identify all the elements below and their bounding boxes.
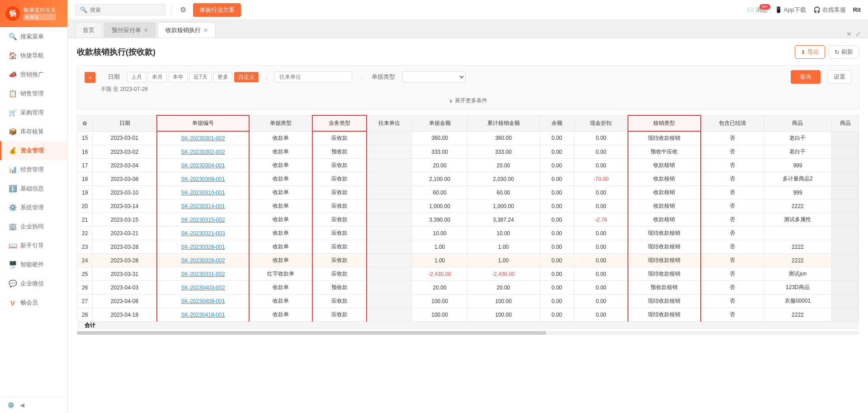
sidebar-item-enterprise[interactable]: 🏢 企业协同 <box>0 217 67 236</box>
filter-last-month[interactable]: 上月 <box>127 72 146 82</box>
query-btn[interactable]: 查询 <box>791 70 821 84</box>
cell-discount: 0.00 <box>574 186 628 199</box>
filter-this-year[interactable]: 本年 <box>169 72 188 82</box>
cell-verified: 100.00 <box>467 294 539 308</box>
cell-bill-no: SK-20230328-001 <box>157 240 249 254</box>
hardware-icon: 🖥️ <box>9 261 17 269</box>
cell-bill-type: 收款单 <box>249 186 312 199</box>
sidebar-item-member[interactable]: V 畅会员 <box>0 293 67 312</box>
filter-toggle-btn[interactable]: » <box>85 72 95 83</box>
online-service-btn[interactable]: 🎧 在线客服 <box>813 6 846 14</box>
cell-balance: 0.00 <box>539 308 574 322</box>
tab-maximize-icon[interactable]: ⤢ <box>855 30 861 38</box>
cell-bill-no: SK-20230418-001 <box>157 308 249 322</box>
filter-bill-type-select[interactable] <box>402 71 466 83</box>
sidebar-item-marketing[interactable]: 📣 营销推广 <box>0 65 67 84</box>
cell-biz-type: 预收款 <box>312 281 367 294</box>
settings-bottom-icon[interactable]: ⚙️ <box>7 402 14 408</box>
cell-goods2 <box>832 227 859 240</box>
cell-date: 2023-03-01 <box>93 131 157 145</box>
filter-more-date[interactable]: 更多 <box>213 72 232 82</box>
bill-no-link[interactable]: SK-20230301-002 <box>181 135 225 142</box>
refresh-btn[interactable]: ↻ 刷新 <box>829 45 859 59</box>
sidebar-item-sales[interactable]: 📋 销售管理 <box>0 84 67 103</box>
tab-home[interactable]: 首页 <box>75 22 102 38</box>
industry-btn[interactable]: 体验行业方案 <box>193 3 241 17</box>
col-discount[interactable]: 现金折扣 <box>574 115 628 131</box>
tab-payable-close[interactable]: ✕ <box>144 27 148 33</box>
sidebar-item-inventory[interactable]: 📦 库存核算 <box>0 122 67 141</box>
cell-verify-type: 现结收款核销 <box>628 227 701 240</box>
tab-payable[interactable]: 预付应付单 ✕ <box>104 22 156 38</box>
col-included[interactable]: 包含已结清 <box>701 115 764 131</box>
cell-included: 否 <box>701 294 764 308</box>
tab-close-all-icon[interactable]: ✕ <box>846 30 852 38</box>
col-date[interactable]: 日期 <box>93 115 157 131</box>
collapse-icon[interactable]: ◀ <box>20 402 24 408</box>
filter-partner-input[interactable] <box>274 71 352 82</box>
bill-no-link[interactable]: SK-20230310-001 <box>181 190 225 196</box>
col-settings[interactable]: ⚙ <box>77 115 93 131</box>
bill-no-link[interactable]: SK-20230418-001 <box>181 312 225 318</box>
topbar-gear-icon[interactable]: ⚙ <box>177 4 189 16</box>
tab-receipt-exec-close[interactable]: ✕ <box>203 27 208 33</box>
bill-no-link[interactable]: SK-20230304-001 <box>181 162 225 169</box>
cell-biz-type: 应收款 <box>312 199 367 213</box>
sidebar-item-quicknav[interactable]: 🏠 快捷导航 <box>0 46 67 65</box>
sidebar-item-hardware[interactable]: 🖥️ 智能硬件 <box>0 255 67 274</box>
cell-bill-type: 收款单 <box>249 308 312 322</box>
message-btn[interactable]: ✉️ 消息 99+ <box>747 6 768 14</box>
bill-no-link[interactable]: SK-20230328-001 <box>181 244 225 250</box>
col-balance[interactable]: 余额 <box>539 115 574 131</box>
topbar-search-box[interactable]: 🔍 <box>75 4 165 15</box>
bill-no-link[interactable]: SK-20230302-002 <box>181 149 225 155</box>
export-btn[interactable]: ⬇ 导出 <box>795 45 825 59</box>
app-download-btn[interactable]: 📱 App下载 <box>775 6 806 14</box>
cell-discount: 0.00 <box>574 267 628 281</box>
col-verify-type[interactable]: 核销类型 <box>628 115 701 131</box>
col-goods1[interactable]: 商品 <box>764 115 831 131</box>
col-amount[interactable]: 单据金额 <box>412 115 467 131</box>
filter-7days[interactable]: 近7天 <box>189 72 212 82</box>
sidebar-item-guide[interactable]: 📖 新手引导 <box>0 236 67 255</box>
sidebar-item-purchase[interactable]: 🛒 采购管理 <box>0 103 67 122</box>
cell-balance: 0.00 <box>539 145 574 159</box>
bill-no-link[interactable]: SK-20230328-002 <box>181 257 225 264</box>
cell-included: 否 <box>701 254 764 267</box>
cell-goods2 <box>832 294 859 308</box>
home-icon: 🏠 <box>9 52 17 60</box>
col-partner[interactable]: 往来单位 <box>367 115 412 131</box>
filter-custom-date[interactable]: 自定义 <box>234 72 259 82</box>
sidebar-item-wechat[interactable]: 💬 企业微信 <box>0 274 67 293</box>
bill-no-link[interactable]: SK-20230408-001 <box>181 298 225 304</box>
bill-no-link[interactable]: SK-20230308-001 <box>181 176 225 182</box>
sidebar-item-finance[interactable]: 💰 资金管理 <box>0 141 67 160</box>
cell-bill-type: 收款单 <box>249 240 312 254</box>
sidebar-item-search[interactable]: 🔍 搜索菜单 <box>0 27 67 46</box>
topbar-search-input[interactable] <box>90 7 149 13</box>
bill-no-link[interactable]: SK-20230314-001 <box>181 203 225 209</box>
table-row: 15 2023-03-01 SK-20230301-002 收款单 应收款 36… <box>77 131 859 145</box>
col-bill-type[interactable]: 单据类型 <box>249 115 312 131</box>
tab-receipt-exec[interactable]: 收款核销执行 ✕ <box>158 22 216 38</box>
sidebar-item-system[interactable]: ⚙️ 系统管理 <box>0 198 67 217</box>
bill-no-link[interactable]: SK-20230321-003 <box>181 230 225 237</box>
user-info[interactable]: Rit <box>853 6 861 13</box>
bill-no-link[interactable]: SK-20230403-002 <box>181 285 225 291</box>
table-row: 16 2023-03-02 SK-20230302-002 收款单 预收款 33… <box>77 145 859 159</box>
horizontal-scrollbar[interactable] <box>77 331 859 335</box>
expand-more-btn[interactable]: ∨ 展开更多条件 <box>85 97 851 104</box>
col-goods2[interactable]: 商品 <box>832 115 859 131</box>
bill-no-link[interactable]: SK-20230331-002 <box>181 271 225 277</box>
cell-included: 否 <box>701 159 764 172</box>
col-biz-type[interactable]: 业务类型 <box>312 115 367 131</box>
col-verified[interactable]: 累计核销金额 <box>467 115 539 131</box>
filter-this-month[interactable]: 本月 <box>148 72 167 82</box>
col-bill-no[interactable]: 单据编号 <box>157 115 249 131</box>
sidebar-item-basic[interactable]: ℹ️ 基础信息 <box>0 179 67 198</box>
cell-goods1: 多计量商品2 <box>764 172 831 186</box>
sidebar-item-business[interactable]: 📊 经营管理 <box>0 160 67 179</box>
cell-verified: 60.00 <box>467 186 539 199</box>
filter-settings-btn[interactable]: 设置 <box>828 70 851 84</box>
bill-no-link[interactable]: SK-20230315-002 <box>181 217 225 223</box>
